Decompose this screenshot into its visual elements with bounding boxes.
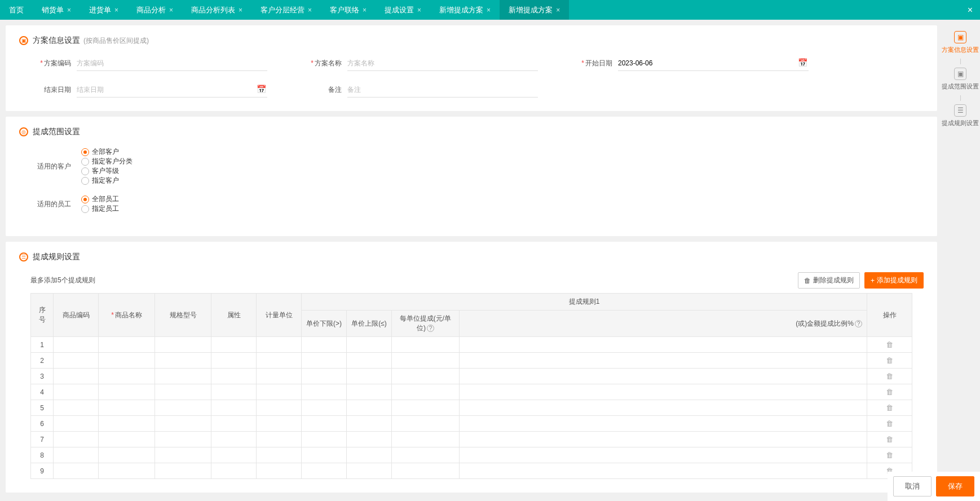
cell-empty[interactable] (347, 400, 392, 416)
trash-icon[interactable]: 🗑 (886, 356, 893, 365)
save-button[interactable]: 保存 (936, 476, 974, 496)
add-rule-button[interactable]: + 添加提成规则 (864, 272, 924, 289)
table-row[interactable]: 9🗑 (31, 463, 912, 479)
customer-scope-option[interactable]: 指定客户 (81, 176, 133, 185)
calendar-icon[interactable]: 📅 (257, 85, 266, 94)
cell-empty[interactable] (460, 337, 867, 353)
trash-icon[interactable]: 🗑 (886, 451, 893, 459)
step-nav-item[interactable]: ☰提成规则设置 (942, 104, 979, 127)
cell-empty[interactable] (211, 463, 257, 479)
cell-empty[interactable] (257, 416, 302, 432)
cell-empty[interactable] (347, 432, 392, 447)
cell-empty[interactable] (155, 416, 211, 432)
tab-商品分析列表[interactable]: 商品分析列表× (182, 0, 251, 20)
cell-empty[interactable] (54, 369, 99, 384)
tab-客户联络[interactable]: 客户联络× (321, 0, 376, 20)
cell-empty[interactable] (211, 416, 257, 432)
cell-empty[interactable] (155, 337, 211, 353)
cell-empty[interactable] (257, 369, 302, 384)
trash-icon[interactable]: 🗑 (886, 388, 893, 396)
customer-scope-option[interactable]: 指定客户分类 (81, 157, 133, 166)
cell-empty[interactable] (54, 432, 99, 447)
cell-empty[interactable] (211, 369, 257, 384)
cell-empty[interactable] (99, 463, 155, 479)
cell-empty[interactable] (257, 463, 302, 479)
cell-empty[interactable] (302, 432, 347, 447)
table-row[interactable]: 1🗑 (31, 337, 912, 353)
table-row[interactable]: 7🗑 (31, 432, 912, 447)
cell-empty[interactable] (155, 463, 211, 479)
cell-empty[interactable] (211, 447, 257, 463)
tab-close-icon[interactable]: × (487, 6, 491, 14)
cell-empty[interactable] (99, 447, 155, 463)
cell-empty[interactable] (211, 432, 257, 447)
cell-empty[interactable] (347, 463, 392, 479)
trash-icon[interactable]: 🗑 (886, 419, 893, 428)
trash-icon[interactable]: 🗑 (886, 340, 893, 349)
cell-empty[interactable] (460, 384, 867, 400)
cell-empty[interactable] (211, 353, 257, 369)
cell-empty[interactable] (257, 400, 302, 416)
tab-进货单[interactable]: 进货单× (80, 0, 127, 20)
customer-scope-option[interactable]: 客户等级 (81, 166, 133, 176)
cell-empty[interactable] (347, 353, 392, 369)
tab-close-icon[interactable]: × (417, 6, 421, 14)
table-row[interactable]: 4🗑 (31, 384, 912, 400)
customer-scope-option[interactable]: 全部客户 (81, 147, 133, 157)
table-row[interactable]: 2🗑 (31, 353, 912, 369)
table-row[interactable]: 3🗑 (31, 369, 912, 384)
cell-empty[interactable] (54, 353, 99, 369)
end-date-input[interactable] (77, 82, 267, 97)
cell-empty[interactable] (460, 447, 867, 463)
cell-empty[interactable] (302, 447, 347, 463)
trash-icon[interactable]: 🗑 (886, 404, 893, 412)
cell-empty[interactable] (99, 353, 155, 369)
cell-empty[interactable] (54, 416, 99, 432)
delete-rule-button[interactable]: 🗑 删除提成规则 (798, 272, 860, 289)
cell-empty[interactable] (99, 416, 155, 432)
tab-close-icon[interactable]: × (67, 6, 71, 14)
cell-empty[interactable] (347, 337, 392, 353)
cell-empty[interactable] (392, 353, 460, 369)
step-nav-item[interactable]: ▣方案信息设置 (942, 31, 979, 54)
cell-empty[interactable] (347, 416, 392, 432)
cell-empty[interactable] (257, 432, 302, 447)
cell-empty[interactable] (257, 353, 302, 369)
tab-客户分层经营[interactable]: 客户分层经营× (251, 0, 321, 20)
cell-empty[interactable] (347, 384, 392, 400)
cell-empty[interactable] (155, 432, 211, 447)
cell-empty[interactable] (99, 384, 155, 400)
table-row[interactable]: 6🗑 (31, 416, 912, 432)
cell-empty[interactable] (347, 447, 392, 463)
cell-empty[interactable] (460, 416, 867, 432)
cell-empty[interactable] (302, 463, 347, 479)
cell-empty[interactable] (257, 337, 302, 353)
cell-empty[interactable] (392, 369, 460, 384)
step-nav-item[interactable]: ▣提成范围设置 (942, 68, 979, 91)
cell-empty[interactable] (54, 384, 99, 400)
help-icon[interactable]: ? (855, 320, 862, 327)
cell-empty[interactable] (257, 384, 302, 400)
cell-empty[interactable] (99, 400, 155, 416)
tab-新增提成方案[interactable]: 新增提成方案× (500, 0, 569, 20)
cell-empty[interactable] (211, 400, 257, 416)
cancel-button[interactable]: 取消 (893, 476, 932, 496)
cell-empty[interactable] (155, 447, 211, 463)
tab-首页[interactable]: 首页 (0, 0, 33, 20)
cell-empty[interactable] (155, 353, 211, 369)
cell-empty[interactable] (392, 463, 460, 479)
cell-empty[interactable] (257, 447, 302, 463)
tab-close-icon[interactable]: × (308, 6, 312, 14)
cell-empty[interactable] (54, 337, 99, 353)
cell-empty[interactable] (460, 432, 867, 447)
tab-close-icon[interactable]: × (363, 6, 367, 14)
tabbar-close-icon[interactable]: × (960, 0, 980, 20)
cell-empty[interactable] (392, 416, 460, 432)
calendar-icon[interactable]: 📅 (798, 58, 807, 67)
trash-icon[interactable]: 🗑 (886, 435, 893, 444)
table-row[interactable]: 5🗑 (31, 400, 912, 416)
cell-empty[interactable] (99, 432, 155, 447)
cell-empty[interactable] (211, 337, 257, 353)
cell-empty[interactable] (99, 369, 155, 384)
cell-empty[interactable] (392, 400, 460, 416)
